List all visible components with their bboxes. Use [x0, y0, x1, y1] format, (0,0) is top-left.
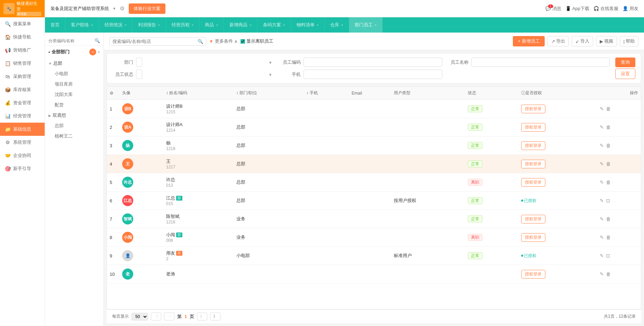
first-page-btn[interactable]: 《	[151, 312, 161, 320]
tree-collapse-btn[interactable]: «	[98, 50, 100, 54]
tree-node-xiaodibu[interactable]: 小电部	[45, 69, 103, 79]
tab-customer[interactable]: 客户联络 ×	[65, 17, 99, 33]
prev-page-btn[interactable]: 〈	[164, 312, 174, 320]
tree-search-input[interactable]	[48, 38, 94, 43]
tab-home[interactable]: 首页	[45, 17, 65, 33]
col-name[interactable]: ↕ 姓名/编码	[163, 87, 234, 100]
tree-add-btn[interactable]: +	[89, 49, 96, 55]
search-button[interactable]: 查询	[615, 58, 635, 67]
user-action[interactable]: 👤 用友	[623, 6, 638, 12]
delete-icon[interactable]: 🗑	[606, 216, 611, 222]
delete-icon[interactable]: 🗑	[606, 161, 611, 167]
tab-close-icon[interactable]: ×	[91, 23, 93, 27]
edit-icon[interactable]: ✎	[600, 271, 604, 277]
delete-icon[interactable]: 🗑	[606, 235, 611, 240]
delete-icon[interactable]: 🗑	[606, 179, 611, 185]
search-icon[interactable]: 🔍	[198, 39, 203, 44]
tab-newgoods[interactable]: 新增商品 ×	[224, 17, 257, 33]
tree-node-peihuo[interactable]: 配货	[45, 100, 103, 110]
delete-icon[interactable]: 🗑	[606, 124, 611, 130]
help-button[interactable]: | 帮助	[620, 36, 638, 46]
sidebar-item-operation[interactable]: 📊 经营管理	[0, 109, 45, 123]
col-settings[interactable]: ⚙	[107, 87, 119, 100]
copy-icon[interactable]: ⊡	[606, 253, 610, 258]
auth-btn[interactable]: 授权登录	[521, 178, 545, 187]
sidebar-item-basic[interactable]: 📁 基础信息	[0, 123, 45, 136]
edit-icon[interactable]: ✎	[600, 143, 604, 148]
sidebar-item-purchase[interactable]: 🛍 采购管理	[0, 70, 45, 83]
edit-icon[interactable]: ✎	[600, 124, 604, 130]
sidebar-item-system[interactable]: ⚙ 系统管理	[0, 136, 45, 149]
tab-warehouse[interactable]: 仓库 ×	[325, 17, 349, 33]
more-conditions-btn[interactable]: ▼ 更多条件 ∧	[209, 38, 238, 44]
copy-icon[interactable]: ⊡	[606, 198, 610, 203]
tree-node-zhishuwang[interactable]: 植树王二	[45, 131, 103, 141]
tab-history[interactable]: 经营历程 ×	[166, 17, 200, 33]
search-input[interactable]	[112, 39, 196, 44]
online-service-action[interactable]: 🎧 在线客服	[593, 6, 618, 12]
delete-icon[interactable]: 🗑	[606, 143, 611, 148]
auth-btn[interactable]: 授权登录	[521, 160, 545, 168]
edit-icon[interactable]: ✎	[600, 161, 604, 167]
export-button[interactable]: ↗ 导出	[547, 36, 569, 46]
last-page-btn[interactable]: 》	[210, 312, 220, 320]
tab-close-icon[interactable]: ×	[192, 23, 194, 27]
view-button[interactable]: ▶ 视频	[596, 36, 617, 46]
page-size-select[interactable]: 50	[131, 313, 148, 320]
tree-node-zongbu2[interactable]: 总部	[45, 121, 103, 131]
emp-name-input[interactable]	[471, 58, 610, 67]
auth-btn[interactable]: 授权登录	[521, 141, 545, 150]
tab-close-icon[interactable]: ×	[341, 23, 343, 27]
emp-code-input[interactable]	[303, 58, 442, 67]
tab-profit[interactable]: 利润报告 ×	[133, 17, 166, 33]
col-dept[interactable]: ↕ 部门/职位	[234, 87, 304, 100]
tree-node-shuanglusiang[interactable]: ▶ 双鹿想	[45, 110, 103, 121]
sidebar-item-sales[interactable]: 📋 销售管理	[0, 57, 45, 70]
col-phone[interactable]: ↕ 手机	[304, 87, 349, 100]
sidebar-item-quicknav[interactable]: 🏠 快捷导航	[0, 30, 45, 44]
edit-icon[interactable]: ✎	[600, 216, 604, 222]
msg-action[interactable]: 💬 6 消息	[545, 6, 561, 12]
dropdown-arrow-icon[interactable]: ▾	[113, 6, 116, 11]
tree-node-xiangmukufang[interactable]: 项目库房	[45, 79, 103, 89]
experience-button[interactable]: 体验行业方案	[129, 3, 165, 14]
import-button[interactable]: ↙ 导入	[572, 36, 593, 46]
tab-close-icon[interactable]: ×	[216, 23, 218, 27]
auth-btn[interactable]: 授权登录	[521, 233, 545, 242]
tab-barcode[interactable]: 条码方案 ×	[257, 17, 291, 33]
dept-select[interactable]	[136, 58, 142, 67]
edit-icon[interactable]: ✎	[600, 235, 604, 240]
tree-node-zongbu[interactable]: ▼ 总部	[45, 58, 103, 69]
sidebar-item-coop[interactable]: 🤝 企业协同	[0, 149, 45, 162]
tab-bom[interactable]: 物料清单 ×	[291, 17, 325, 33]
tab-close-icon[interactable]: ×	[375, 23, 377, 27]
tree-node-shenyangdaku[interactable]: 沈阳大库	[45, 89, 103, 100]
tab-deptstaff[interactable]: 部门员工 ×	[349, 17, 383, 33]
tab-goods[interactable]: 商品 ×	[199, 17, 224, 33]
sidebar-item-inventory[interactable]: 📦 库存核算	[0, 83, 45, 96]
show-resigned-input[interactable]	[241, 39, 245, 44]
gear-icon[interactable]: ⚙	[120, 5, 125, 12]
tab-close-icon[interactable]: ×	[250, 23, 252, 27]
auth-btn[interactable]: 授权登录	[521, 215, 545, 223]
next-page-btn[interactable]: 〉	[197, 312, 207, 320]
setting-button[interactable]: 设置	[615, 69, 635, 79]
edit-icon[interactable]: ✎	[600, 106, 604, 112]
sidebar-item-finance[interactable]: 💰 资金管理	[0, 96, 45, 109]
delete-icon[interactable]: 🗑	[606, 106, 611, 112]
app-download-action[interactable]: 📱 App下载	[565, 6, 589, 12]
tab-close-icon[interactable]: ×	[125, 23, 127, 27]
show-resigned-checkbox[interactable]: 显示离职员工	[241, 38, 273, 44]
auth-btn[interactable]: 授权登录	[521, 105, 545, 113]
edit-icon[interactable]: ✎	[600, 253, 604, 258]
sidebar-item-search[interactable]: 🔍 搜索菜单	[0, 17, 45, 30]
delete-icon[interactable]: 🗑	[606, 271, 611, 277]
phone-input[interactable]	[303, 70, 442, 79]
emp-status-select[interactable]	[136, 70, 142, 79]
sidebar-item-marketing[interactable]: 📢 营销推广	[0, 44, 45, 57]
tab-close-icon[interactable]: ×	[317, 23, 319, 27]
tab-close-icon[interactable]: ×	[158, 23, 160, 27]
add-employee-button[interactable]: + 新增员工	[513, 36, 544, 46]
tab-close-icon[interactable]: ×	[283, 23, 285, 27]
tree-search-icon[interactable]: 🔍	[94, 38, 100, 43]
